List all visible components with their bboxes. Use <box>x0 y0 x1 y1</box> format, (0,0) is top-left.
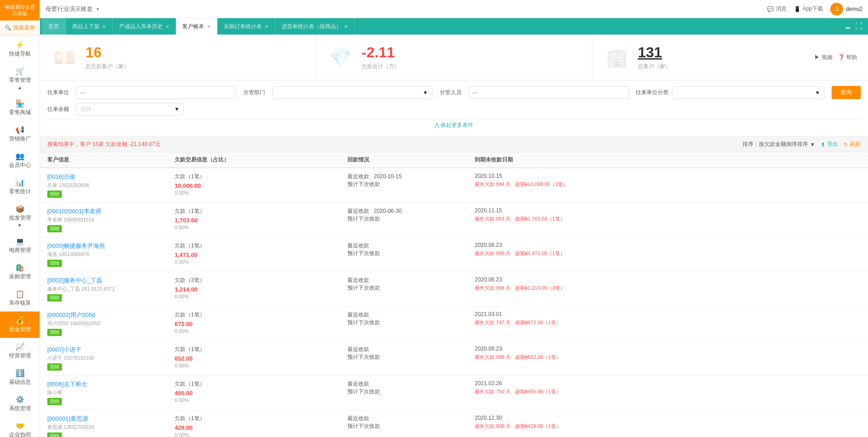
stat-card-actions: ▶ 视频 ❓ 帮助 <box>814 54 857 61</box>
customer-info-3: 服务中心_丁磊 181 0125 8371 <box>47 286 175 292</box>
tab-maximize-btn[interactable]: ⛶ <box>855 22 863 30</box>
tab-produce-label: 产成品入库单历史 <box>119 23 163 30</box>
customer-name-1[interactable]: [0001020001]李老师 <box>47 207 175 216</box>
tab-minimize-btn[interactable]: 🗕 <box>844 22 852 30</box>
result-bar: 搜索结果中，客户 16家 欠款金额 -21,148.07元 排序：按欠款金额倒序… <box>40 137 868 152</box>
tab-inbound-label: 进货单统计表（按商品） <box>281 23 341 30</box>
sidebar-item-basic[interactable]: ℹ️ 基础信息 <box>0 364 40 391</box>
debt-cell-3: 欠款（3笔） 1,214.00 0.00% <box>175 276 347 299</box>
refresh-label: 刷新 <box>850 141 861 148</box>
tab-inbound-close[interactable]: ✕ <box>344 24 348 29</box>
tab-produce[interactable]: 产成品入库单历史 ✕ <box>113 18 176 35</box>
tab-purchase-close[interactable]: ✕ <box>265 24 268 29</box>
collapse-bar[interactable]: ⋀ 收起更多条件 <box>47 119 861 131</box>
sidebar-item-purchase[interactable]: 🛍️ 采购管理 <box>0 259 40 285</box>
sidebar-item-enterprise[interactable]: 🤝 企业协同 <box>0 417 40 437</box>
table-row: [0003]畅捷服务尹海燕 海燕 18513066976 现销 欠款（1笔） 1… <box>40 237 868 272</box>
table-row: [0002]服务中心_丁磊 服务中心_丁磊 181 0125 8371 现销 欠… <box>40 272 868 306</box>
sidebar: 畅捷通好生意 示意版 🔍 搜索菜单 ⚡ 快捷导航 🛒 零售管理 ▲ 🏪 零售商城… <box>0 0 40 437</box>
sidebar-item-business[interactable]: 📈 经营管理 <box>0 338 40 364</box>
user-menu[interactable]: D demo2 <box>830 3 863 15</box>
collapse-label: 收起更多条件 <box>441 122 473 128</box>
data-table: 客户信息 欠款交易信息（占比） 回款情况 到期未收款日期 [0016]吕俊 吕俊… <box>40 152 868 437</box>
stat-number-2: -2.11 <box>361 44 400 61</box>
sidebar-item-marketing[interactable]: 📢 营销推广 <box>0 121 40 147</box>
debt-amount-5: 652.00 <box>175 355 347 362</box>
sidebar-search[interactable]: 🔍 搜索菜单 <box>0 20 40 36</box>
filter-row-1: 往来单位 ··· 分管部门 ▼ 分管人员 ··· <box>47 86 861 99</box>
tab-goods-close[interactable]: ✕ <box>102 24 106 29</box>
customer-name-3[interactable]: [0002]服务中心_丁磊 <box>47 276 175 285</box>
debt-amount-4: 672.00 <box>175 321 347 327</box>
building-icon: 🏢 <box>603 44 631 71</box>
tab-account-label: 客户账本 <box>182 23 204 30</box>
debt-cell-6: 欠款（1笔） 455.90 0.00% <box>175 380 347 403</box>
expire-date-2: 2020.06.23 <box>475 242 861 248</box>
sidebar-item-retail-mgmt[interactable]: 🛒 零售管理 ▲ <box>0 62 40 95</box>
from-unit-label: 往来单位 <box>47 89 73 96</box>
main-area: 母婴行业演示账套 ▾ 💬 消息 📱 App下载 D demo2 首页 商品上下架… <box>40 0 868 437</box>
customer-name-0[interactable]: [0016]吕俊 <box>47 173 175 181</box>
sidebar-item-member[interactable]: 👥 会员中心 <box>0 147 40 174</box>
business-label: 经营管理 <box>9 352 31 360</box>
tab-goods[interactable]: 商品上下架 ✕ <box>66 18 113 35</box>
dropdown-arrow-icon[interactable]: ▾ <box>96 6 99 12</box>
dept-select[interactable]: ▼ <box>272 86 432 99</box>
tab-inbound[interactable]: 进货单统计表（按商品） ✕ <box>275 18 355 35</box>
debt-percent-6: 0.00% <box>175 397 347 403</box>
sidebar-logo[interactable]: 畅捷通好生意 示意版 <box>0 0 40 20</box>
video-btn[interactable]: ▶ 视频 <box>814 54 832 61</box>
sidebar-item-batch-mgmt[interactable]: 📦 批发管理 ▼ <box>0 200 40 232</box>
tab-home[interactable]: 首页 <box>42 18 66 35</box>
customer-name-5[interactable]: [0007]小进干 <box>47 346 175 354</box>
sidebar-item-retail-stats[interactable]: 📊 零售统计 <box>0 174 40 200</box>
retail-mgmt-icon: 🛒 <box>15 67 25 75</box>
tab-account-close[interactable]: ✕ <box>207 24 211 29</box>
topbar: 母婴行业演示账套 ▾ 💬 消息 📱 App下载 D demo2 <box>40 0 868 18</box>
from-unit-input[interactable]: ··· <box>76 86 236 99</box>
customer-cell-1: [0001020001]李老师 李老师 18600391516 现销 <box>47 207 175 232</box>
sidebar-item-quick-nav[interactable]: ⚡ 快捷导航 <box>0 36 40 62</box>
export-btn[interactable]: ⬆ 导出 <box>821 141 838 148</box>
table-header: 客户信息 欠款交易信息（占比） 回款情况 到期未收款日期 <box>40 152 868 168</box>
tab-produce-close[interactable]: ✕ <box>166 24 169 29</box>
debt-cell-0: 欠款（1笔） 10,000.00 0.00% <box>175 173 347 196</box>
collection-next-7: 预计下次收款 <box>347 422 475 430</box>
unit-class-select[interactable]: ▼ <box>672 86 824 99</box>
inventory-icon: 📋 <box>15 290 25 298</box>
customer-name-4[interactable]: [000002]用户2050 <box>47 311 175 319</box>
sidebar-item-capital[interactable]: 💰 资金管理 <box>0 311 40 338</box>
stat-card-total-customers: 🏢 131 总客户（家） ▶ 视频 ❓ 帮助 <box>592 35 868 80</box>
col-collection: 回款情况 <box>347 156 475 164</box>
tab-purchase[interactable]: 采购订单统计表 ✕ <box>217 18 275 35</box>
balance-placeholder: 选择... <box>80 105 96 113</box>
message-btn[interactable]: 💬 消息 <box>767 5 787 13</box>
col-customer-info: 客户信息 <box>47 156 175 164</box>
customer-name-2[interactable]: [0003]畅捷服务尹海燕 <box>47 242 175 250</box>
collection-recent-0: 最近收款 2020-10-15 <box>347 173 475 181</box>
sidebar-item-ecommerce[interactable]: 💻 电商管理 <box>0 232 40 259</box>
sidebar-item-system[interactable]: ⚙️ 系统管理 <box>0 391 40 417</box>
app-download-btn[interactable]: 📱 App下载 <box>794 5 823 13</box>
sidebar-item-retail-mall[interactable]: 🏪 零售商城 <box>0 95 40 121</box>
debt-count-5: 欠款（1笔） <box>175 346 347 353</box>
sidebar-item-inventory[interactable]: 📋 库存核算 <box>0 285 40 311</box>
person-input[interactable]: ··· <box>469 86 628 99</box>
person-dots: ··· <box>473 90 477 96</box>
expire-date-7: 2020.12.30 <box>475 415 861 421</box>
help-btn[interactable]: ❓ 帮助 <box>838 54 857 61</box>
tab-purchase-label: 采购订单统计表 <box>224 23 262 30</box>
refresh-btn[interactable]: ↻ 刷新 <box>843 141 861 148</box>
customer-name-6[interactable]: [0006]去下粮仓 <box>47 380 175 388</box>
balance-select[interactable]: 选择... ▼ <box>76 103 184 116</box>
app-download-label: App下载 <box>803 5 823 13</box>
logo-sub: 示意版 <box>4 10 36 16</box>
collection-recent-7: 最近收款 <box>347 415 475 422</box>
debt-amount-3: 1,214.00 <box>175 286 347 293</box>
search-button[interactable]: 查询 <box>832 86 861 99</box>
customer-name-7[interactable]: [000001]黄思源 <box>47 415 175 423</box>
sort-dropdown[interactable]: 排序：按欠款金额倒序排序 ▼ <box>743 141 815 148</box>
debt-cell-2: 欠款（1笔） 1,471.00 0.00% <box>175 242 347 265</box>
collection-cell-3: 最近收款 预计下次收款 <box>347 276 475 292</box>
tab-account[interactable]: 客户账本 ✕ <box>176 18 217 35</box>
